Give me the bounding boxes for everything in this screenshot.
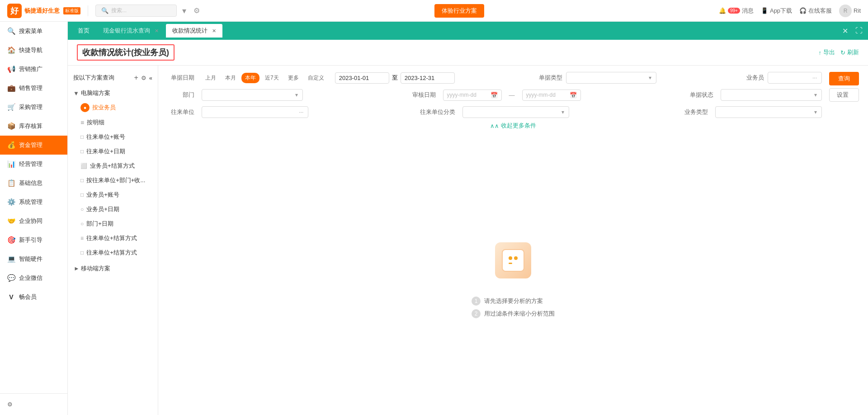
sidebar-bottom: ⚙ [0,393,67,415]
date-from-input[interactable]: 2023-01-01 [335,72,389,84]
sidebar-item-label: 经营管理 [19,160,42,168]
scheme-item-label: 按业务员 [92,104,116,112]
query-button[interactable]: 查询 [829,72,859,85]
scheme-item-unit-account[interactable]: □ 往来单位+账号 [68,130,158,144]
app-download-label: App下载 [770,7,792,15]
scheme-item-by-salesperson[interactable]: ● 按业务员 [68,100,158,115]
sidebar-item-inventory[interactable]: 📦 库存核算 [0,117,67,136]
sidebar-item-system[interactable]: ⚙️ 系统管理 [0,193,67,212]
item-icon-us1: ≡ [80,235,84,241]
sidebar-item-member[interactable]: V 畅会员 [0,288,67,307]
scheme-item-unit-settlement1[interactable]: ≡ 往来单位+结算方式 [68,231,158,245]
scheme-item-salesperson-date[interactable]: ○ 业务员+日期 [68,202,158,217]
dropdown-icon[interactable]: ▾ [182,6,186,16]
active-item-icon: ● [80,103,90,112]
operations-icon: 📊 [7,160,15,168]
scheme-collapse-icon[interactable]: « [149,75,152,81]
sidebar-settings-btn[interactable]: ⚙ [0,397,67,411]
collapse-more-btn[interactable]: ∧∧ 收起更多条件 [167,118,859,133]
item-icon-sd: ○ [80,206,84,212]
review-date-from[interactable]: yyyy-mm-dd 📅 [443,90,502,101]
review-date-to[interactable]: yyyy-mm-dd 📅 [522,90,581,101]
filter-row-date: 单据日期 上月 本月 本年 近7天 更多 自定义 [167,72,822,84]
scheme-item-unit-dept[interactable]: □ 按往来单位+部门+收... [68,173,158,188]
search-icon: 🔍 [101,7,108,14]
scheme-item-salesperson-settlement[interactable]: ⬜ 业务员+结算方式 [68,159,158,173]
refresh-btn[interactable]: ↻ 刷新 [840,48,859,57]
tab-bank-close[interactable]: ✕ [155,28,159,34]
page-actions: ↑ 导出 ↻ 刷新 [819,48,859,57]
date-btn-custom[interactable]: 自定义 [304,73,328,83]
business-type-input[interactable]: ▾ [715,106,822,118]
header-search[interactable]: 🔍 搜索... [95,5,177,17]
sidebar-item-wechat[interactable]: 💬 企业微信 [0,269,67,288]
date-btn-this-year[interactable]: 本年 [241,73,259,83]
right-panel: 单据日期 上月 本月 本年 近7天 更多 自定义 [158,66,868,415]
sidebar-item-hardware[interactable]: 💻 智能硬件 [0,250,67,269]
scheme-section-mobile-title[interactable]: ▼ 移动端方案 [68,262,158,275]
date-btn-more[interactable]: 更多 [284,73,302,83]
header-left: 好 畅捷通好生意 标准版 🔍 搜索... ▾ ⚙ [7,4,200,18]
sidebar-item-label: 营销推广 [19,65,42,73]
tab-receipt[interactable]: 收款情况统计 ✕ [166,24,222,38]
bell-icon: 🔔 [719,7,726,14]
doctype-dropdown-icon: ▾ [649,75,651,81]
sidebar-item-marketing[interactable]: 📢 营销推广 [0,60,67,79]
scheme-settings-icon[interactable]: ⚙ [141,75,146,81]
scheme-header-left: 按以下方案查询 [73,74,114,82]
user-avatar[interactable]: R Rit [839,5,861,17]
scheme-add-btn[interactable]: + [134,74,138,82]
filter-section-salesperson: 业务员 ··· [737,72,822,84]
tab-receipt-close[interactable]: ✕ [212,28,216,34]
sidebar-item-quicknav[interactable]: 🏠 快捷导航 [0,41,67,60]
sales-icon: 💼 [7,84,15,92]
system-icon: ⚙️ [7,198,15,206]
trial-button[interactable]: 体验行业方案 [434,4,484,18]
counterpart-category-input[interactable]: ▾ [462,106,569,118]
sidebar-item-operations[interactable]: 📊 经营管理 [0,155,67,174]
salesperson-label: 业务员 [737,74,764,82]
tab-bank[interactable]: 现金银行流水查询 ✕ [97,24,165,38]
notification-btn[interactable]: 🔔 99+ 消息 [719,7,754,15]
settings-icon[interactable]: ⚙ [193,6,200,15]
robot-icon [495,242,531,278]
scheme-section-desktop-title[interactable]: ▼ 电脑端方案 [68,86,158,100]
date-to-input[interactable]: 2023-12-31 [401,72,455,84]
sidebar-item-label: 智能硬件 [19,255,42,263]
tab-home[interactable]: 首页 [71,24,96,38]
date-btn-this-month[interactable]: 本月 [222,73,240,83]
scheme-item-unit-settlement2[interactable]: □ 往来单位+结算方式 [68,245,158,260]
sidebar-item-label: 采购管理 [19,103,42,111]
scheme-item-by-detail[interactable]: ≡ 按明细 [68,115,158,130]
app-download-btn[interactable]: 📱 App下载 [761,7,792,15]
salesperson-input[interactable]: ··· [768,72,822,84]
tab-maximize-btn[interactable]: ⛶ [854,25,864,37]
scheme-item-unit-date[interactable]: □ 往来单位+日期 [68,144,158,159]
sidebar-item-guide[interactable]: 🎯 新手引导 [0,231,67,250]
date-btn-last-month[interactable]: 上月 [202,73,220,83]
doc-status-input[interactable]: ▾ [721,89,822,101]
online-service-btn[interactable]: 🎧 在线客服 [799,7,832,15]
dept-input[interactable]: ▾ [202,89,303,101]
doctype-input[interactable]: ▾ [566,72,656,84]
section-mobile-label: 移动端方案 [81,264,110,273]
counterpart-input[interactable]: ··· [202,106,308,118]
sidebar-item-search[interactable]: 🔍 搜索菜单 [0,22,67,41]
filter-row-counterpart: 往来单位 ··· 往来单位分类 ▾ [167,106,822,118]
sidebar-item-finance[interactable]: 💰 资金管理 [0,136,67,155]
download-icon: 📱 [761,7,768,14]
sidebar-item-sales[interactable]: 💼 销售管理 [0,79,67,98]
scheme-item-salesperson-account[interactable]: □ 业务员+账号 [68,188,158,202]
scheme-item-label: 部门+日期 [86,220,113,228]
tab-close-all-btn[interactable]: ✕ [840,25,850,37]
sidebar-item-purchase[interactable]: 🛒 采购管理 [0,98,67,117]
date-range-buttons: 上月 本月 本年 近7天 更多 自定义 [202,73,328,83]
enterprise-icon: 🤝 [7,217,15,225]
date-btn-7days[interactable]: 近7天 [261,73,283,83]
sidebar-item-label: 企业微信 [19,274,42,282]
settings-button[interactable]: 设置 [829,88,859,102]
export-btn[interactable]: ↑ 导出 [819,48,835,57]
scheme-item-dept-date[interactable]: ○ 部门+日期 [68,217,158,231]
sidebar-item-enterprise[interactable]: 🤝 企业协同 [0,212,67,231]
sidebar-item-basic[interactable]: 📋 基础信息 [0,174,67,193]
